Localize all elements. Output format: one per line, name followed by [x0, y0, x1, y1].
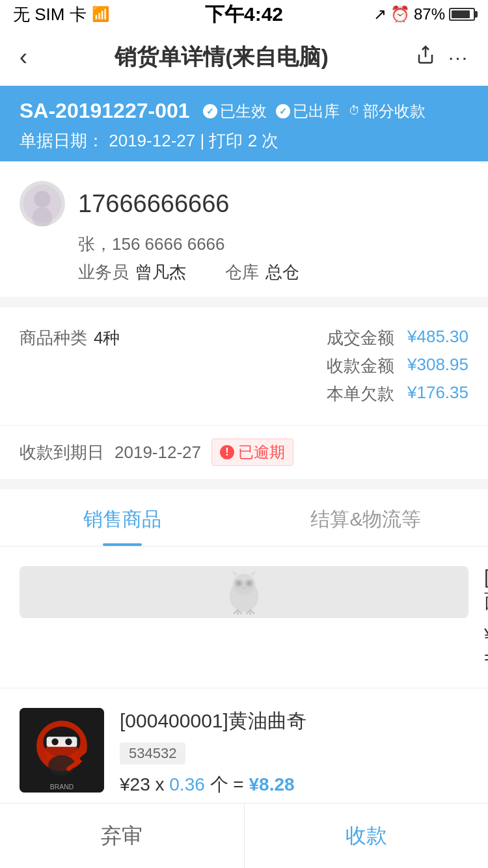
svg-point-2	[34, 191, 50, 207]
more-button[interactable]: ···	[448, 46, 468, 68]
price-unit-1: ¥40	[484, 625, 488, 645]
print-separator: |	[200, 131, 209, 150]
status-time: 下午4:42	[205, 1, 283, 28]
tab-sales-label: 销售商品	[83, 508, 161, 530]
avatar	[20, 181, 65, 226]
tab-settlement[interactable]: 结算&物流等	[244, 489, 488, 546]
owed-amount: ¥176.35	[407, 383, 468, 405]
product-details-1: [0000002]面包 ¥40 x 5 袋 = ¥199.99	[484, 566, 488, 668]
product-tag-2: 534532	[120, 742, 185, 765]
bottom-bar: 弃审 收款	[0, 803, 488, 868]
wifi-icon: 📶	[92, 6, 109, 23]
banner-date-row: 单据日期： 2019-12-27 | 打印 2 次	[20, 129, 468, 152]
share-button[interactable]	[416, 45, 435, 69]
nav-bar: ‹ 销货单详情(来自电脑) ···	[0, 29, 488, 86]
product-type-item: 商品种类 4种	[20, 327, 120, 349]
clock-icon: ⏱	[349, 104, 360, 118]
summary-right: 成交金额 ¥485.30 收款金额 ¥308.95 本单欠款 ¥176.35	[327, 327, 468, 405]
status-carrier: 无 SIM 卡 📶	[13, 3, 109, 26]
divider-1	[0, 297, 488, 307]
svg-point-3	[33, 208, 53, 226]
product-image-2: BRAND	[20, 708, 104, 793]
pay-label: 收款	[346, 822, 387, 850]
warehouse-name: 总仓	[265, 261, 299, 284]
check-icon-2: ✓	[276, 104, 290, 118]
tab-settlement-label: 结算&物流等	[310, 508, 421, 530]
due-date: 2019-12-27	[115, 442, 201, 463]
battery-bar	[449, 8, 475, 21]
svg-point-9	[237, 581, 241, 585]
price-qty-2: 0.36	[169, 774, 205, 794]
overdue-badge: ! 已逾期	[211, 439, 293, 466]
page-title: 销货单详情(来自电脑)	[115, 42, 329, 72]
badge-effective: ✓ 已生效	[203, 101, 267, 122]
status-badges: ✓ 已生效 ✓ 已出库 ⏱ 部分收款	[203, 101, 426, 122]
svg-point-25	[51, 739, 58, 745]
battery-percent: 87%	[414, 5, 445, 23]
deal-amount-label: 成交金额	[327, 327, 394, 349]
cancel-review-button[interactable]: 弃审	[0, 804, 245, 868]
warehouse-label: 仓库	[225, 261, 259, 284]
summary-left: 商品种类 4种	[20, 327, 120, 353]
customer-section: 17666666666 张，156 6666 6666 业务员 曾凡杰 仓库 总…	[0, 161, 488, 297]
price-eq-1: =	[484, 647, 488, 668]
tabs-header: 销售商品 结算&物流等	[0, 489, 488, 547]
svg-point-10	[247, 581, 251, 585]
price-total-2: ¥8.28	[249, 774, 294, 794]
product-details-2: [000400001]黄油曲奇 534532 ¥23 x 0.36 个 = ¥8…	[120, 708, 468, 797]
banner-row1: SA-20191227-001 ✓ 已生效 ✓ 已出库 ⏱ 部分收款	[20, 99, 468, 123]
print-count-val: 2	[248, 131, 257, 150]
deal-amount-row: 成交金额 ¥485.30	[327, 327, 468, 349]
product-list: [0000002]面包 ¥40 x 5 袋 = ¥199.99	[0, 547, 488, 817]
deal-amount: ¥485.30	[407, 327, 468, 349]
tab-sales-products[interactable]: 销售商品	[0, 489, 244, 546]
received-amount: ¥308.95	[407, 355, 468, 377]
badge-partial-label: 部分收款	[363, 101, 426, 122]
alarm-icon: ⏰	[390, 5, 410, 23]
badge-effective-label: 已生效	[220, 101, 267, 122]
due-section: 收款到期日 2019-12-27 ! 已逾期	[0, 425, 488, 479]
overdue-text: 已逾期	[238, 442, 285, 463]
order-date: 2019-12-27	[109, 131, 195, 150]
staff-row: 业务员 曾凡杰 仓库 总仓	[20, 261, 468, 284]
cancel-label: 弃审	[101, 822, 142, 850]
list-item: [0000002]面包 ¥40 x 5 袋 = ¥199.99	[0, 547, 488, 688]
price-mult-2: x	[156, 774, 165, 794]
svg-text:BRAND: BRAND	[50, 783, 74, 791]
product-price-1: ¥40 x 5 袋 = ¥199.99	[484, 623, 488, 668]
price-unit-2: ¥23	[120, 774, 150, 794]
staff-label: 业务员	[78, 261, 129, 284]
svg-point-26	[65, 739, 72, 745]
product-name-2: [000400001]黄油曲奇	[120, 708, 468, 735]
back-button[interactable]: ‹	[20, 44, 27, 71]
carrier-text: 无 SIM 卡	[13, 3, 87, 26]
received-amount-label: 收款金额	[327, 355, 394, 377]
staff-name: 曾凡杰	[135, 261, 186, 284]
badge-partial: ⏱ 部分收款	[349, 101, 426, 122]
check-icon-1: ✓	[203, 104, 217, 118]
order-header: SA-20191227-001 ✓ 已生效 ✓ 已出库 ⏱ 部分收款 单据日期：…	[0, 86, 488, 161]
product-type-count: 4种	[94, 327, 120, 349]
tabs-section: 销售商品 结算&物流等	[0, 489, 488, 547]
date-label: 单据日期：	[20, 131, 104, 150]
order-id: SA-20191227-001	[20, 99, 190, 123]
price-unit-label-2: 个	[210, 774, 228, 794]
list-item: BRAND [000400001]黄油曲奇 534532 ¥23 x 0.36 …	[0, 688, 488, 817]
status-right: ↗ ⏰ 87%	[373, 5, 475, 23]
product-image-1	[20, 566, 468, 618]
badge-shipped: ✓ 已出库	[276, 101, 340, 122]
product-price-2: ¥23 x 0.36 个 = ¥8.28	[120, 772, 468, 797]
staff-item: 业务员 曾凡杰	[78, 261, 186, 284]
pay-button[interactable]: 收款	[245, 804, 489, 868]
summary-row: 商品种类 4种 成交金额 ¥485.30 收款金额 ¥308.95 本单欠款 ¥…	[20, 327, 468, 405]
battery-fill	[452, 10, 470, 18]
svg-rect-24	[47, 737, 77, 747]
customer-name: 张，156 6666 6666	[20, 233, 468, 256]
owed-amount-row: 本单欠款 ¥176.35	[327, 383, 468, 405]
customer-phone: 17666666666	[78, 190, 229, 218]
customer-row: 17666666666	[20, 181, 468, 226]
price-eq-2: =	[233, 774, 243, 794]
owed-amount-label: 本单欠款	[327, 383, 394, 405]
print-suffix: 次	[262, 131, 278, 150]
summary-section: 商品种类 4种 成交金额 ¥485.30 收款金额 ¥308.95 本单欠款 ¥…	[0, 307, 488, 425]
